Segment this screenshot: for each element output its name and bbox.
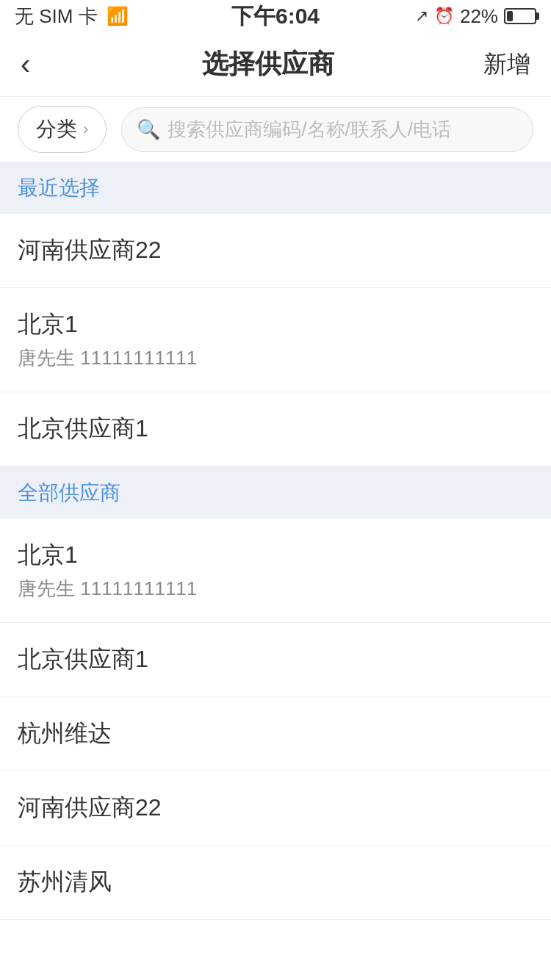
- list-item[interactable]: 河南供应商22: [0, 214, 551, 288]
- list-item[interactable]: 苏州清风: [0, 846, 551, 920]
- filter-bar: 分类 › 🔍 搜索供应商编码/名称/联系人/电话: [0, 97, 551, 162]
- section-header-text: 全部供应商: [18, 481, 120, 504]
- wifi-icon: 📶: [107, 6, 129, 26]
- status-left: 无 SIM 卡 📶: [15, 4, 129, 29]
- category-label: 分类: [36, 115, 77, 143]
- battery-label: 22%: [460, 5, 498, 28]
- supplier-name: 北京1: [18, 309, 533, 341]
- list-item[interactable]: 河南供应商22: [0, 771, 551, 846]
- battery-icon: [504, 8, 536, 24]
- section-header-all: 全部供应商: [0, 466, 551, 519]
- back-button[interactable]: ‹: [21, 48, 65, 81]
- supplier-name: 北京供应商1: [18, 644, 533, 676]
- search-box[interactable]: 🔍 搜索供应商编码/名称/联系人/电话: [121, 107, 533, 152]
- supplier-name: 苏州清风: [18, 866, 533, 898]
- list-item[interactable]: 北京供应商1: [0, 392, 551, 466]
- supplier-name: 杭州维达: [18, 718, 533, 750]
- supplier-name: 河南供应商22: [18, 792, 533, 824]
- location-icon: ↗: [415, 7, 428, 26]
- list-item[interactable]: 北京1唐先生 11111111111: [0, 519, 551, 623]
- category-button[interactable]: 分类 ›: [18, 106, 107, 153]
- section-header-text: 最近选择: [18, 176, 100, 199]
- supplier-name: 北京1: [18, 539, 533, 572]
- suppliers-list: 最近选择河南供应商22北京1唐先生 11111111111北京供应商1全部供应商…: [0, 162, 551, 920]
- list-item[interactable]: 北京供应商1: [0, 623, 551, 697]
- supplier-sub: 唐先生 11111111111: [18, 345, 533, 371]
- supplier-sub: 唐先生 11111111111: [18, 576, 533, 602]
- supplier-name: 北京供应商1: [18, 413, 533, 445]
- supplier-name: 河南供应商22: [18, 234, 533, 267]
- status-time: 下午6:04: [231, 1, 320, 32]
- search-icon: 🔍: [137, 118, 160, 141]
- nav-bar: ‹ 选择供应商 新增: [0, 32, 551, 97]
- search-placeholder: 搜索供应商编码/名称/联系人/电话: [168, 117, 451, 143]
- add-button[interactable]: 新增: [472, 48, 530, 81]
- list-item[interactable]: 北京1唐先生 11111111111: [0, 288, 551, 392]
- chevron-right-icon: ›: [83, 120, 88, 139]
- section-header-recent: 最近选择: [0, 162, 551, 214]
- status-bar: 无 SIM 卡 📶 下午6:04 ↗ ⏰ 22%: [0, 0, 551, 32]
- status-right: ↗ ⏰ 22%: [415, 5, 536, 28]
- alarm-icon: ⏰: [434, 7, 454, 26]
- page-title: 选择供应商: [202, 46, 334, 82]
- list-item[interactable]: 杭州维达: [0, 697, 551, 771]
- sim-label: 无 SIM 卡: [15, 4, 98, 29]
